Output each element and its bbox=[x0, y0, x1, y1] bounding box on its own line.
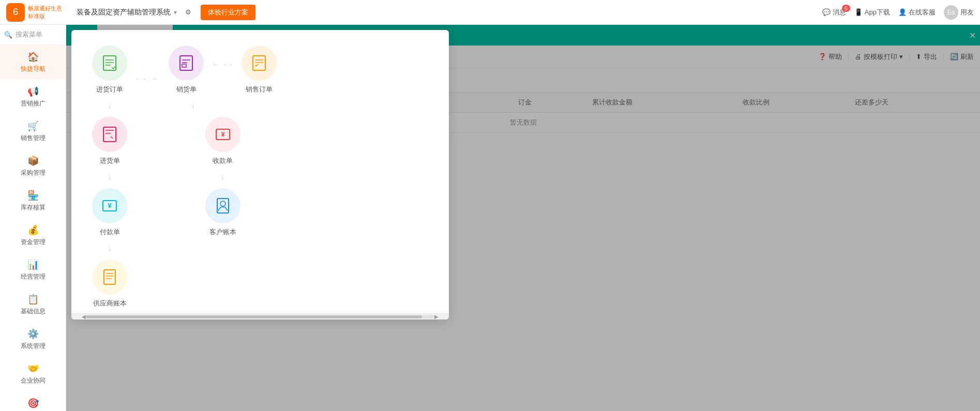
sales-slip-label: 销货单 bbox=[176, 85, 197, 94]
supplier-ledger-label: 供应商账本 bbox=[93, 299, 127, 308]
sidebar-label-purchase: 采购管理 bbox=[21, 169, 46, 177]
svg-rect-15 bbox=[253, 56, 265, 70]
supplier-ledger-circle bbox=[92, 260, 127, 295]
left-column: 进货订单 ↓ 进货单 bbox=[87, 40, 132, 313]
sales-bottom-row: ¥ 收款单 bbox=[200, 112, 246, 171]
customer-ledger-node: 客户账本 bbox=[200, 183, 246, 242]
message-button[interactable]: 💬 消息 6 bbox=[822, 8, 846, 17]
svg-rect-11 bbox=[180, 56, 192, 70]
svg-text:¥: ¥ bbox=[221, 130, 225, 138]
message-badge: 6 bbox=[842, 5, 850, 12]
purchase-slip-circle bbox=[92, 117, 127, 152]
sidebar-item-system[interactable]: ⚙️系统管理 bbox=[0, 322, 66, 357]
download-icon: 📱 bbox=[854, 8, 863, 16]
svg-point-21 bbox=[220, 201, 225, 206]
sales-slip-node: 销货单 bbox=[163, 40, 209, 99]
sidebar-item-marketing[interactable]: 📢营销推广 bbox=[0, 80, 66, 114]
top-bar: 6 畅康通好生意 标准版 装备及固定资产辅助管理系统 ▾ ⚙ 体验行业方案 💬 … bbox=[0, 0, 980, 25]
spacer bbox=[223, 99, 282, 112]
h-arrow-dashed1: - - → bbox=[132, 56, 163, 101]
sidebar-icon-newbie: 🎯 bbox=[27, 398, 39, 409]
sales-order-node: 销售订单 bbox=[236, 40, 282, 99]
search-inner[interactable]: 🔍 搜索菜单 bbox=[4, 30, 62, 39]
sidebar-items: 🏠快捷导航📢营销推广🛒销售管理📦采购管理🏪库存核算💰资金管理📊经营管理📋基础信息… bbox=[0, 45, 66, 411]
service-icon: 👤 bbox=[898, 8, 907, 16]
customer-ledger-circle bbox=[205, 188, 240, 223]
right-column: 销货单 ← - - 销售订单 bbox=[163, 40, 282, 242]
search-icon: 🔍 bbox=[4, 31, 12, 39]
sidebar-icon-quick-nav: 🏠 bbox=[27, 51, 39, 63]
main-area: 🔍 搜索菜单 🏠快捷导航📢营销推广🛒销售管理📦采购管理🏪库存核算💰资金管理📊经营… bbox=[0, 25, 980, 411]
receipt-slip-label: 收款单 bbox=[213, 156, 233, 165]
content-area: 首页 销售订单执行表 ✕ ✕ ❓ 帮助 🖨 按模板打印 bbox=[66, 25, 980, 411]
app-container: 6 畅康通好生意 标准版 装备及固定资产辅助管理系统 ▾ ⚙ 体验行业方案 💬 … bbox=[0, 0, 980, 411]
sidebar-item-quick-nav[interactable]: 🏠快捷导航 bbox=[0, 45, 66, 80]
flow-overlay[interactable]: 进货订单 ↓ 进货单 bbox=[66, 25, 980, 411]
arrow-v1: ↓ bbox=[108, 99, 112, 112]
arrow-v3: ↓ bbox=[108, 242, 112, 254]
svg-rect-20 bbox=[217, 199, 229, 213]
experience-button[interactable]: 体验行业方案 bbox=[201, 5, 255, 20]
v-arrows-row: ↓ bbox=[163, 99, 282, 112]
sidebar-label-enterprise: 企业协同 bbox=[21, 376, 46, 385]
sales-slip-circle bbox=[169, 45, 204, 81]
sidebar-icon-inventory: 🏪 bbox=[27, 190, 39, 201]
app-download-button[interactable]: 📱 App下载 bbox=[854, 8, 890, 17]
svg-rect-14 bbox=[182, 64, 186, 67]
logo-text: 畅康通好生意 标准版 bbox=[28, 5, 62, 20]
payment-slip-label: 付款单 bbox=[100, 227, 120, 237]
settings-button[interactable]: ⚙ bbox=[181, 5, 195, 20]
sidebar-search[interactable]: 🔍 搜索菜单 bbox=[0, 25, 66, 45]
h-arrows: - - → bbox=[132, 40, 163, 101]
purchase-order-circle bbox=[92, 45, 127, 81]
scroll-right-icon[interactable]: ▶ bbox=[434, 314, 439, 319]
sidebar: 🔍 搜索菜单 🏠快捷导航📢营销推广🛒销售管理📦采购管理🏪库存核算💰资金管理📊经营… bbox=[0, 25, 66, 411]
purchase-order-label: 进货订单 bbox=[96, 85, 123, 94]
sidebar-item-purchase[interactable]: 📦采购管理 bbox=[0, 149, 66, 184]
sidebar-item-finance[interactable]: 💰资金管理 bbox=[0, 218, 66, 253]
sidebar-item-newbie[interactable]: 🎯新手引导 bbox=[0, 391, 66, 411]
receipt-slip-node: ¥ 收款单 bbox=[200, 112, 246, 171]
sidebar-icon-purchase: 📦 bbox=[27, 155, 39, 166]
customer-ledger-label: 客户账本 bbox=[209, 227, 236, 237]
sidebar-label-sales: 销售管理 bbox=[21, 134, 46, 143]
sales-top-row: 销货单 ← - - 销售订单 bbox=[163, 40, 282, 99]
sidebar-label-inventory: 库存核算 bbox=[21, 203, 46, 212]
sidebar-item-inventory[interactable]: 🏪库存核算 bbox=[0, 184, 66, 218]
app-title: 装备及固定资产辅助管理系统 bbox=[77, 8, 171, 17]
sidebar-item-basic-info[interactable]: 📋基础信息 bbox=[0, 287, 66, 322]
avatar: Ea bbox=[944, 5, 958, 20]
popup-card: 进货订单 ↓ 进货单 bbox=[71, 30, 449, 319]
flow-diagram: 进货订单 ↓ 进货单 bbox=[87, 40, 433, 313]
sidebar-label-quick-nav: 快捷导航 bbox=[21, 65, 46, 73]
logo-char: 6 bbox=[13, 7, 18, 18]
purchase-order-node: 进货订单 bbox=[87, 40, 132, 99]
supplier-ledger-node: 供应商账本 bbox=[87, 254, 132, 313]
sidebar-label-finance: 资金管理 bbox=[21, 238, 46, 247]
sidebar-icon-basic-info: 📋 bbox=[27, 294, 39, 305]
h-arrow-dashed2: ← - - bbox=[209, 60, 236, 79]
sidebar-icon-operation: 📊 bbox=[27, 259, 39, 270]
payment-slip-circle: ¥ bbox=[92, 188, 127, 223]
sidebar-icon-sales: 🛒 bbox=[27, 120, 39, 132]
popup-scrollbar[interactable]: ◀ ▶ bbox=[71, 313, 449, 319]
sidebar-icon-enterprise: 🤝 bbox=[27, 363, 39, 374]
sales-order-label: 销售订单 bbox=[246, 85, 273, 94]
svg-rect-7 bbox=[104, 270, 115, 284]
online-service-button[interactable]: 👤 在线客服 bbox=[898, 8, 936, 17]
user-menu-button[interactable]: Ea 用友 bbox=[944, 5, 974, 20]
popup-content: 进货订单 ↓ 进货单 bbox=[71, 30, 449, 313]
sidebar-item-enterprise[interactable]: 🤝企业协同 bbox=[0, 357, 66, 391]
sidebar-label-operation: 经营管理 bbox=[21, 272, 46, 281]
purchase-slip-label: 进货单 bbox=[100, 156, 120, 165]
arrow-v5: ↓ bbox=[221, 171, 225, 183]
sidebar-item-operation[interactable]: 📊经营管理 bbox=[0, 253, 66, 287]
sidebar-item-sales[interactable]: 🛒销售管理 bbox=[0, 114, 66, 149]
payment-slip-node: ¥ 付款单 bbox=[87, 183, 132, 242]
logo-icon: 6 bbox=[6, 3, 25, 22]
sidebar-icon-marketing: 📢 bbox=[27, 86, 39, 97]
sales-order-circle bbox=[242, 45, 277, 81]
sidebar-label-marketing: 营销推广 bbox=[21, 99, 46, 108]
dropdown-arrow-icon[interactable]: ▾ bbox=[174, 9, 177, 16]
scroll-left-icon[interactable]: ◀ bbox=[82, 314, 86, 319]
